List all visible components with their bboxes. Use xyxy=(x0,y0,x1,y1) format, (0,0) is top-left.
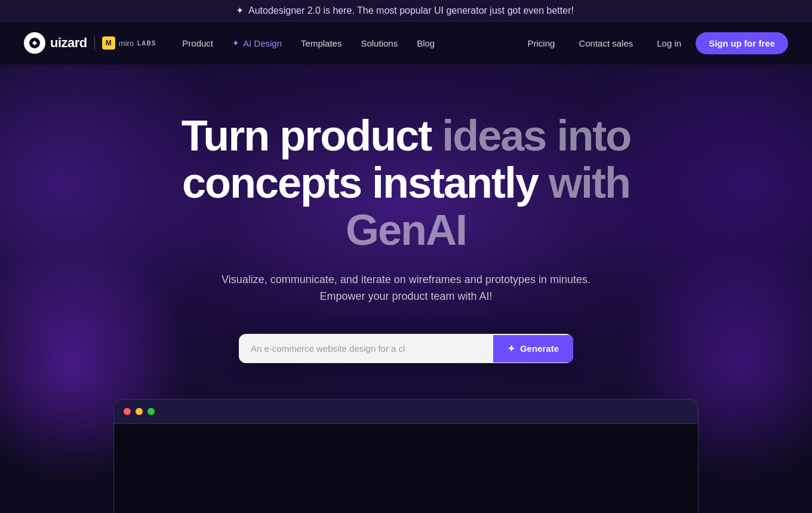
nav-link-templates[interactable]: Templates xyxy=(294,33,349,53)
nav-link-blog[interactable]: Blog xyxy=(410,33,442,53)
generate-input[interactable] xyxy=(239,334,493,363)
window-dot-red xyxy=(124,408,131,415)
miro-icon: M xyxy=(102,36,115,50)
preview-window-bar xyxy=(114,400,698,424)
hero-title-part3: concepts instantly xyxy=(182,159,549,207)
nav-link-pricing[interactable]: Pricing xyxy=(518,33,565,53)
announcement-text: Autodesigner 2.0 is here. The most popul… xyxy=(248,5,574,16)
announcement-sparkle-icon: ✦ xyxy=(236,5,244,16)
hero-subtitle: Visualize, communicate, and iterate on w… xyxy=(221,271,591,306)
nav-link-product[interactable]: Product xyxy=(175,33,220,53)
generate-bar: ✦ Generate xyxy=(239,334,573,363)
hero-title-part1: Turn product xyxy=(182,112,442,159)
uizard-logo-icon xyxy=(24,32,45,54)
window-dot-green xyxy=(147,408,155,415)
labs-label: LABS xyxy=(137,40,156,47)
generate-button[interactable]: ✦ Generate xyxy=(493,335,573,363)
preview-screen xyxy=(114,424,698,513)
navbar-right: Pricing Contact sales Log in Sign up for… xyxy=(518,32,788,54)
hero-content: Turn product ideas into concepts instant… xyxy=(24,112,788,513)
preview-container xyxy=(113,399,699,513)
generate-label: Generate xyxy=(520,343,559,354)
miro-badge: M miro LABS xyxy=(94,36,156,50)
navbar-left: uizard M miro LABS Product ✦ AI Design T… xyxy=(24,32,442,54)
nav-link-contact-sales[interactable]: Contact sales xyxy=(569,33,642,53)
announcement-bar: ✦ Autodesigner 2.0 is here. The most pop… xyxy=(0,0,812,21)
uizard-logo-text: uizard xyxy=(50,35,87,51)
ai-design-label: AI Design xyxy=(243,38,282,48)
generate-sparkle-icon: ✦ xyxy=(508,343,515,354)
nav-link-solutions[interactable]: Solutions xyxy=(353,33,405,53)
ai-design-sparkle-icon: ✦ xyxy=(232,38,239,48)
navbar: uizard M miro LABS Product ✦ AI Design T… xyxy=(0,21,812,64)
miro-label: miro xyxy=(119,39,134,48)
signup-button[interactable]: Sign up for free xyxy=(696,32,788,54)
uizard-logo[interactable]: uizard xyxy=(24,32,87,54)
window-dot-yellow xyxy=(136,408,143,415)
nav-link-login[interactable]: Log in xyxy=(647,33,691,53)
nav-links: Product ✦ AI Design Templates Solutions … xyxy=(175,33,442,53)
hero-title: Turn product ideas into concepts instant… xyxy=(137,112,675,254)
logo-group: uizard M miro LABS xyxy=(24,32,156,54)
nav-link-ai-design[interactable]: ✦ AI Design xyxy=(225,33,289,53)
hero-section: Turn product ideas into concepts instant… xyxy=(0,64,812,513)
hero-title-part2: ideas into xyxy=(442,112,630,159)
